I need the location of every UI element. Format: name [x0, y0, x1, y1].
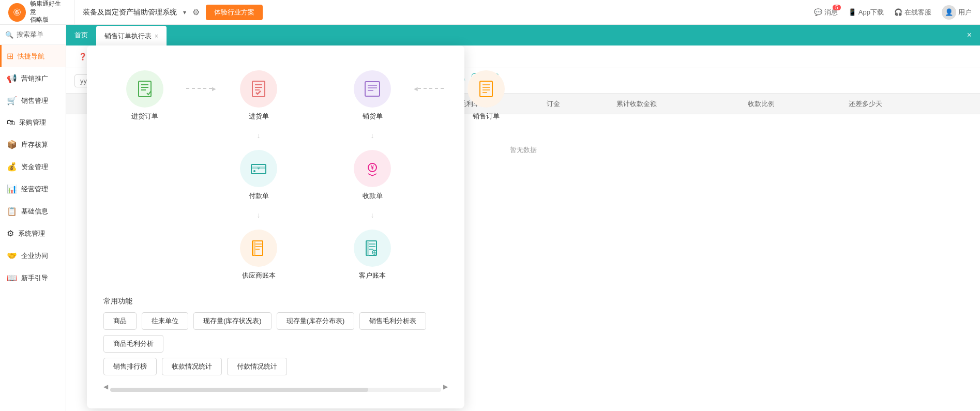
svg-point-19 [253, 170, 255, 172]
sidebar-item-system[interactable]: ⚙ 系统管理 [0, 222, 66, 245]
operations-icon: 📊 [7, 184, 17, 194]
sales-order-label: 销售订单 [473, 112, 500, 121]
flow-customer-ledger[interactable]: 客户账本 [331, 221, 414, 288]
svg-text:¥: ¥ [257, 166, 260, 171]
app-download-button[interactable]: 📱 App下载 [848, 8, 884, 17]
payment-circle: ¥ [240, 150, 277, 187]
download-icon: 📱 [848, 8, 856, 16]
popup-scrollbar[interactable] [110, 388, 441, 392]
func-btn-goods[interactable]: 商品 [103, 312, 137, 330]
purchase-bill-circle [240, 70, 277, 108]
basic-info-icon: 📋 [7, 206, 17, 216]
dropdown-arrow-icon[interactable]: ▾ [183, 9, 186, 16]
sidebar-item-guide[interactable]: 📖 新手引导 [0, 267, 66, 289]
settings-icon[interactable]: ⚙ [192, 7, 200, 17]
service-icon: 🎧 [894, 8, 902, 16]
func-btn-stock-dist[interactable]: 现存量(库存分布表) [277, 312, 355, 330]
svg-text:¥: ¥ [371, 165, 374, 171]
scroll-right-icon[interactable]: ▶ [443, 383, 448, 390]
svg-rect-12 [480, 81, 492, 97]
receipt-circle: ¥ [354, 150, 391, 187]
top-bar: ⑥ 畅康通好生意 佰略版 装备及固定资产辅助管理系统 ▾ ⚙ 体验行业方案 💬 … [0, 0, 980, 25]
enterprise-icon: 🤝 [7, 251, 17, 261]
down-arrow-receipt: ↓ [331, 211, 414, 219]
message-button[interactable]: 💬 消息 5 [814, 8, 838, 17]
down-arrow-payment: ↓ [217, 211, 300, 219]
main-area: 🔍 搜索菜单 ⊞ 快捷导航 📢 营销推广 🛒 销售管理 🛍 采购管理 📦 [0, 25, 980, 411]
common-funcs-section: 常用功能 商品 往来单位 现存量(库存状况表) 现存量(库存分布表) 销售毛利分… [103, 297, 448, 375]
flow-receipt[interactable]: ¥ 收款单 [331, 142, 414, 209]
sidebar-item-finance[interactable]: 💰 资金管理 [0, 156, 66, 178]
payment-label: 付款单 [249, 191, 269, 201]
popup-overlay: 进货订单 ▶ 进货单 [66, 25, 980, 411]
svg-rect-24 [253, 241, 255, 255]
experience-button[interactable]: 体验行业方案 [206, 5, 263, 20]
customer-ledger-circle [354, 230, 391, 267]
func-btn-goods-profit[interactable]: 商品毛利分析 [103, 335, 163, 353]
system-title: 装备及固定资产辅助管理系统 [83, 8, 177, 17]
func-row-1: 商品 往来单位 现存量(库存状况表) 现存量(库存分布表) 销售毛利分析表 商品… [103, 312, 448, 353]
svg-rect-4 [252, 81, 265, 97]
receipt-label: 收款单 [363, 191, 383, 201]
func-btn-sales-rank[interactable]: 销售排行榜 [103, 358, 157, 375]
sidebar-item-quick-nav[interactable]: ⊞ 快捷导航 [0, 45, 66, 67]
func-row-2: 销售排行榜 收款情况统计 付款情况统计 [103, 358, 448, 375]
sidebar-item-marketing[interactable]: 📢 营销推广 [0, 67, 66, 89]
message-icon: 💬 [814, 8, 822, 16]
message-badge: 5 [833, 5, 841, 10]
sidebar-item-basic-info[interactable]: 📋 基础信息 [0, 200, 66, 222]
logo-area: ⑥ 畅康通好生意 佰略版 [8, 0, 74, 24]
scrollbar-thumb [110, 388, 368, 392]
purchase-icon: 🛍 [7, 118, 15, 127]
func-btn-payment-stats[interactable]: 付款情况统计 [227, 358, 287, 375]
down-arrow-sales: ↓ [331, 131, 414, 140]
supplier-ledger-circle [240, 230, 277, 267]
down-arrow-purchase: ↓ [217, 131, 300, 140]
logo-text: 畅康通好生意 佰略版 [30, 0, 66, 24]
user-area[interactable]: 👤 用户 [942, 5, 972, 20]
flow-payment[interactable]: ¥ 付款单 [217, 142, 300, 209]
flow-sales-bill[interactable]: 销货单 [331, 62, 414, 129]
gap-1 [300, 88, 331, 103]
arrow-1: ▶ [186, 86, 217, 106]
sidebar-item-purchase[interactable]: 🛍 采购管理 [0, 112, 66, 133]
func-btn-stock-status[interactable]: 现存量(库存状况表) [193, 312, 272, 330]
quick-nav-popup: 进货订单 ▶ 进货单 [87, 45, 464, 408]
sidebar-item-operations[interactable]: 📊 经营管理 [0, 178, 66, 200]
flow-purchase-bill[interactable]: 进货单 [217, 62, 300, 129]
sales-icon: 🛒 [7, 96, 17, 105]
flow-sales-order[interactable]: 销售订单 [445, 62, 527, 129]
sidebar-item-enterprise[interactable]: 🤝 企业协同 [0, 245, 66, 267]
svg-rect-8 [365, 82, 380, 96]
sidebar: 🔍 搜索菜单 ⊞ 快捷导航 📢 营销推广 🛒 销售管理 🛍 采购管理 📦 [0, 25, 66, 411]
online-service-button[interactable]: 🎧 在线客服 [894, 8, 931, 17]
flow-purchase-order[interactable]: 进货订单 [103, 62, 186, 129]
func-btn-sales-profit[interactable]: 销售毛利分析表 [359, 312, 426, 330]
quick-nav-icon: ⊞ [7, 51, 13, 61]
app-wrapper: ⑥ 畅康通好生意 佰略版 装备及固定资产辅助管理系统 ▾ ⚙ 体验行业方案 💬 … [0, 0, 980, 411]
purchase-bill-label: 进货单 [249, 112, 269, 121]
sidebar-item-inventory[interactable]: 📦 库存核算 [0, 133, 66, 156]
customer-ledger-label: 客户账本 [359, 271, 386, 280]
common-funcs-title: 常用功能 [103, 297, 448, 306]
avatar: 👤 [942, 5, 956, 20]
sales-bill-label: 销货单 [363, 112, 383, 121]
finance-icon: 💰 [7, 162, 17, 172]
purchase-order-label: 进货订单 [131, 112, 158, 121]
inventory-icon: 📦 [7, 140, 17, 149]
arrow-2: ◀ [414, 86, 445, 106]
sidebar-item-sales[interactable]: 🛒 销售管理 [0, 89, 66, 112]
sales-bill-circle [354, 70, 391, 108]
search-menu[interactable]: 🔍 搜索菜单 [0, 25, 66, 45]
purchase-order-circle [126, 70, 163, 108]
func-btn-counterpart[interactable]: 往来单位 [142, 312, 188, 330]
scroll-left-icon[interactable]: ◀ [103, 383, 108, 390]
sales-order-circle [468, 70, 505, 108]
top-bar-center: 装备及固定资产辅助管理系统 ▾ ⚙ 体验行业方案 [74, 5, 814, 20]
system-icon: ⚙ [7, 229, 14, 238]
logo-icon: ⑥ [8, 3, 26, 22]
svg-rect-29 [367, 241, 369, 255]
flow-supplier-ledger[interactable]: 供应商账本 [217, 221, 300, 288]
func-btn-receipt-stats[interactable]: 收款情况统计 [162, 358, 222, 375]
marketing-icon: 📢 [7, 73, 17, 83]
